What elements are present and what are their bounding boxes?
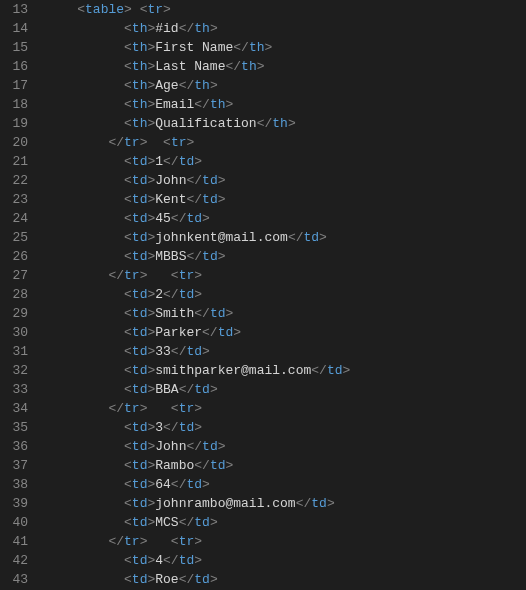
code-line[interactable]: <th>First Name</th> bbox=[46, 38, 350, 57]
line-number: 27 bbox=[6, 266, 28, 285]
line-number: 25 bbox=[6, 228, 28, 247]
code-line[interactable]: </tr> <tr> bbox=[46, 266, 350, 285]
line-number: 37 bbox=[6, 456, 28, 475]
code-line[interactable]: <td>64</td> bbox=[46, 475, 350, 494]
code-line[interactable]: <th>Email</th> bbox=[46, 95, 350, 114]
line-number: 19 bbox=[6, 114, 28, 133]
line-number: 16 bbox=[6, 57, 28, 76]
code-line[interactable]: <td>4</td> bbox=[46, 551, 350, 570]
line-number: 33 bbox=[6, 380, 28, 399]
line-number-gutter: 1314151617181920212223242526272829303132… bbox=[0, 0, 38, 590]
line-number: 36 bbox=[6, 437, 28, 456]
code-line[interactable]: <th>#id</th> bbox=[46, 19, 350, 38]
code-line[interactable]: <td>MCS</td> bbox=[46, 513, 350, 532]
code-line[interactable]: <td>BBA</td> bbox=[46, 380, 350, 399]
code-line[interactable]: </tr> <tr> bbox=[46, 532, 350, 551]
line-number: 21 bbox=[6, 152, 28, 171]
line-number: 13 bbox=[6, 0, 28, 19]
line-number: 24 bbox=[6, 209, 28, 228]
line-number: 20 bbox=[6, 133, 28, 152]
line-number: 26 bbox=[6, 247, 28, 266]
line-number: 32 bbox=[6, 361, 28, 380]
line-number: 43 bbox=[6, 570, 28, 589]
code-line[interactable]: <td>Parker</td> bbox=[46, 323, 350, 342]
code-line[interactable]: <td>33</td> bbox=[46, 342, 350, 361]
line-number: 29 bbox=[6, 304, 28, 323]
code-line[interactable]: <td>Kent</td> bbox=[46, 190, 350, 209]
code-line[interactable]: <th>Qualification</th> bbox=[46, 114, 350, 133]
code-line[interactable]: <table> <tr> bbox=[46, 0, 350, 19]
line-number: 22 bbox=[6, 171, 28, 190]
line-number: 38 bbox=[6, 475, 28, 494]
line-number: 15 bbox=[6, 38, 28, 57]
code-line[interactable]: <td>45</td> bbox=[46, 209, 350, 228]
code-line[interactable]: <td>Smith</td> bbox=[46, 304, 350, 323]
code-line[interactable]: <td>johnkent@mail.com</td> bbox=[46, 228, 350, 247]
code-line[interactable]: <td>John</td> bbox=[46, 437, 350, 456]
code-line[interactable]: <td>Rambo</td> bbox=[46, 456, 350, 475]
code-editor[interactable]: 1314151617181920212223242526272829303132… bbox=[0, 0, 526, 590]
code-line[interactable]: <td>John</td> bbox=[46, 171, 350, 190]
code-line[interactable]: </tr> <tr> bbox=[46, 399, 350, 418]
line-number: 42 bbox=[6, 551, 28, 570]
line-number: 31 bbox=[6, 342, 28, 361]
code-line[interactable]: <td>smithparker@mail.com</td> bbox=[46, 361, 350, 380]
line-number: 39 bbox=[6, 494, 28, 513]
code-content[interactable]: <table> <tr> <th>#id</th> <th>First Name… bbox=[38, 0, 350, 590]
code-line[interactable]: <td>1</td> bbox=[46, 152, 350, 171]
code-line[interactable]: <td>MBBS</td> bbox=[46, 247, 350, 266]
code-line[interactable]: <td>johnrambo@mail.com</td> bbox=[46, 494, 350, 513]
code-line[interactable]: <th>Last Name</th> bbox=[46, 57, 350, 76]
line-number: 40 bbox=[6, 513, 28, 532]
line-number: 18 bbox=[6, 95, 28, 114]
line-number: 41 bbox=[6, 532, 28, 551]
code-line[interactable]: </tr> <tr> bbox=[46, 133, 350, 152]
line-number: 23 bbox=[6, 190, 28, 209]
code-line[interactable]: <td>2</td> bbox=[46, 285, 350, 304]
line-number: 28 bbox=[6, 285, 28, 304]
line-number: 34 bbox=[6, 399, 28, 418]
code-line[interactable]: <td>3</td> bbox=[46, 418, 350, 437]
line-number: 14 bbox=[6, 19, 28, 38]
code-line[interactable]: <th>Age</th> bbox=[46, 76, 350, 95]
code-line[interactable]: <td>Roe</td> bbox=[46, 570, 350, 589]
line-number: 35 bbox=[6, 418, 28, 437]
line-number: 17 bbox=[6, 76, 28, 95]
line-number: 30 bbox=[6, 323, 28, 342]
